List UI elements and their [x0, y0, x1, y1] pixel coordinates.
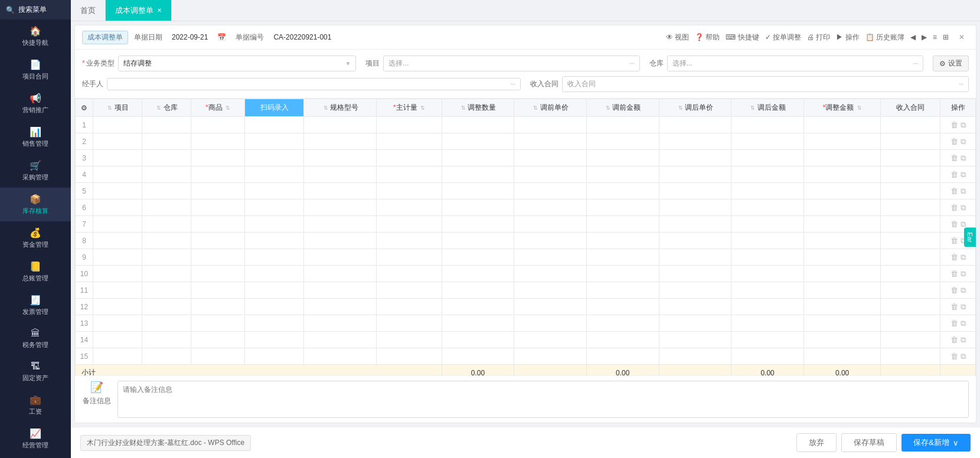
row-14-unit[interactable] [377, 332, 442, 348]
row-8-post-amount[interactable] [731, 233, 804, 249]
operate-btn[interactable]: ▶ 操作 [836, 32, 859, 42]
row-8-pre-amount[interactable] [586, 233, 659, 249]
row-15-adj-amount[interactable] [803, 348, 880, 365]
handler-input[interactable]: ··· [107, 78, 521, 90]
row-1-adj-amount[interactable] [803, 117, 880, 133]
row-15-delete-btn[interactable]: 🗑 [950, 352, 958, 361]
row-15-income-contract[interactable] [881, 348, 940, 365]
col-income-contract[interactable]: 收入合同 [881, 99, 940, 117]
row-13-warehouse[interactable] [142, 315, 191, 332]
row-8-post-unit-price[interactable] [659, 233, 731, 249]
row-7-pre-amount[interactable] [586, 216, 659, 233]
row-3-pre-unit-price[interactable] [514, 150, 587, 166]
row-9-unit[interactable] [377, 249, 442, 266]
row-3-project[interactable] [93, 150, 142, 166]
row-3-spec[interactable] [304, 150, 377, 166]
row-10-adj-qty[interactable] [442, 266, 514, 282]
row-15-pre-amount[interactable] [586, 348, 659, 365]
row-4-adj-amount[interactable] [803, 166, 880, 183]
warehouse-input[interactable]: 选择... ··· [667, 55, 923, 71]
row-8-unit[interactable] [377, 233, 442, 249]
row-10-spec[interactable] [304, 266, 377, 282]
row-11-spec[interactable] [304, 282, 377, 299]
row-10-copy-btn[interactable]: ⧉ [961, 269, 966, 279]
row-14-delete-btn[interactable]: 🗑 [950, 335, 958, 345]
row-12-goods[interactable] [191, 299, 245, 315]
row-4-copy-btn[interactable]: ⧉ [961, 170, 966, 179]
row-14-post-amount[interactable] [731, 332, 804, 348]
row-5-adj-amount[interactable] [803, 183, 880, 199]
row-10-adj-amount[interactable] [803, 266, 880, 282]
row-14-post-unit-price[interactable] [659, 332, 731, 348]
row-14-pre-unit-price[interactable] [514, 332, 587, 348]
row-11-copy-btn[interactable]: ⧉ [961, 286, 966, 295]
sidebar-item-ops-mgmt[interactable]: 📈 经营管理 [0, 422, 71, 456]
row-1-post-unit-price[interactable] [659, 117, 731, 133]
row-4-income-contract[interactable] [881, 166, 940, 183]
col-adj-amount[interactable]: *调整金额 ⇅ [803, 99, 880, 117]
row-12-copy-btn[interactable]: ⧉ [961, 302, 966, 312]
row-5-goods[interactable] [191, 183, 245, 199]
row-10-pre-unit-price[interactable] [514, 266, 587, 282]
row-11-goods[interactable] [191, 282, 245, 299]
row-12-post-unit-price[interactable] [659, 299, 731, 315]
row-11-warehouse[interactable] [142, 282, 191, 299]
row-4-scan[interactable] [244, 166, 304, 183]
save-new-button[interactable]: 保存&新增 ∨ [901, 434, 971, 452]
row-3-unit[interactable] [377, 150, 442, 166]
row-2-spec[interactable] [304, 133, 377, 150]
row-3-adj-amount[interactable] [803, 150, 880, 166]
row-9-pre-unit-price[interactable] [514, 249, 587, 266]
row-13-income-contract[interactable] [881, 315, 940, 332]
row-7-income-contract[interactable] [881, 216, 940, 233]
col-warehouse[interactable]: ⇅ 仓库 [142, 99, 191, 117]
row-3-post-amount[interactable] [731, 150, 804, 166]
row-8-pre-unit-price[interactable] [514, 233, 587, 249]
sidebar-item-project-contract[interactable]: 📄 项目合同 [0, 53, 71, 87]
row-9-adj-amount[interactable] [803, 249, 880, 266]
row-14-scan[interactable] [244, 332, 304, 348]
row-9-post-unit-price[interactable] [659, 249, 731, 266]
row-1-spec[interactable] [304, 117, 377, 133]
row-12-income-contract[interactable] [881, 299, 940, 315]
row-6-income-contract[interactable] [881, 199, 940, 216]
row-8-warehouse[interactable] [142, 233, 191, 249]
row-15-pre-unit-price[interactable] [514, 348, 587, 365]
row-11-pre-unit-price[interactable] [514, 282, 587, 299]
sidebar-item-inventory-calc[interactable]: 📦 库存核算 [0, 188, 71, 221]
nav-next-btn[interactable]: ▶ [922, 33, 927, 41]
row-12-pre-amount[interactable] [586, 299, 659, 315]
row-9-income-contract[interactable] [881, 249, 940, 266]
check-adj-btn[interactable]: ✓ 按单调整 [765, 32, 801, 42]
row-13-adj-qty[interactable] [442, 315, 514, 332]
row-8-income-contract[interactable] [881, 233, 940, 249]
row-2-project[interactable] [93, 133, 142, 150]
row-3-goods[interactable] [191, 150, 245, 166]
row-1-warehouse[interactable] [142, 117, 191, 133]
row-4-delete-btn[interactable]: 🗑 [950, 170, 958, 179]
row-10-post-unit-price[interactable] [659, 266, 731, 282]
row-9-delete-btn[interactable]: 🗑 [950, 253, 958, 262]
income-contract-input[interactable]: 收入合同 ··· [562, 76, 969, 92]
sidebar-item-quick-nav[interactable]: 🏠 快捷导航 [0, 19, 71, 53]
history-btn[interactable]: 📋 历史账簿 [865, 32, 904, 42]
row-5-unit[interactable] [377, 183, 442, 199]
row-10-pre-amount[interactable] [586, 266, 659, 282]
row-13-project[interactable] [93, 315, 142, 332]
row-15-spec[interactable] [304, 348, 377, 365]
row-1-delete-btn[interactable]: 🗑 [950, 120, 958, 130]
col-pre-unit-price[interactable]: ⇅ 调前单价 [514, 99, 587, 117]
col-post-amount[interactable]: ⇅ 调后金额 [731, 99, 804, 117]
close-card-btn[interactable]: ✕ [955, 30, 969, 44]
row-14-copy-btn[interactable]: ⧉ [961, 335, 966, 345]
row-10-delete-btn[interactable]: 🗑 [950, 269, 958, 279]
row-6-pre-unit-price[interactable] [514, 199, 587, 216]
row-5-warehouse[interactable] [142, 183, 191, 199]
sidebar-item-payroll[interactable]: 💼 工资 [0, 388, 71, 422]
row-2-post-amount[interactable] [731, 133, 804, 150]
row-1-income-contract[interactable] [881, 117, 940, 133]
row-15-post-amount[interactable] [731, 348, 804, 365]
sidebar-search[interactable]: 🔍 搜索菜单 [0, 0, 71, 19]
row-7-adj-qty[interactable] [442, 216, 514, 233]
row-10-income-contract[interactable] [881, 266, 940, 282]
